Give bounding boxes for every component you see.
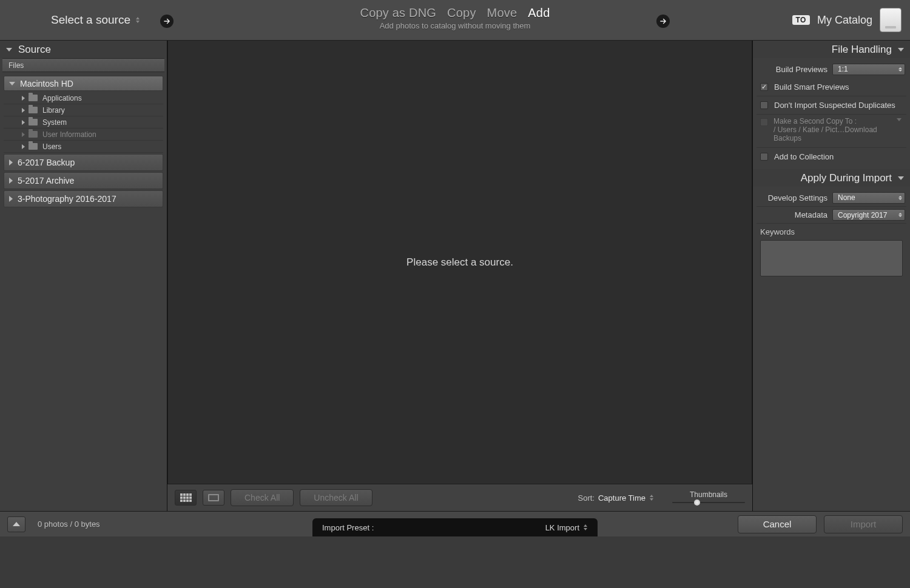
bottom-bar: 0 photos / 0 bytes Import Preset : LK Im… [0,511,910,536]
preview-message: Please select a source. [406,256,513,269]
mode-copy-as-dng[interactable]: Copy as DNG [360,6,437,20]
import-preset-bar[interactable]: Import Preset : LK Import [312,518,598,536]
thumbnail-label: Thumbnails [672,490,745,499]
arrow-right-icon[interactable] [656,15,670,28]
chevron-right-icon [9,178,13,184]
folder-library[interactable]: Library [4,104,163,116]
folder-label: Users [42,142,61,151]
chevron-right-icon [22,144,25,149]
sort-selector[interactable]: Sort: Capture Time [578,493,654,503]
uncheck-all-button[interactable]: Uncheck All [300,489,372,506]
chevron-down-icon [898,176,904,180]
select-source-label: Select a source [51,13,130,27]
mode-move[interactable]: Move [487,6,517,20]
drive-icon [880,8,902,32]
build-previews-row: Build Previews 1:1 [757,61,906,78]
chevron-right-icon [22,132,25,137]
build-previews-select[interactable]: 1:1 [832,64,905,75]
develop-settings-label: Develop Settings [768,193,827,202]
second-copy-label: Make a Second Copy To : [774,117,903,125]
import-preset-label: Import Preset : [322,523,374,532]
mode-subtitle: Add photos to catalog without moving the… [360,21,550,30]
build-previews-value: 1:1 [838,65,848,73]
updown-icon [583,523,588,532]
volume-archive-5-2017[interactable]: 5-2017 Archive [4,172,163,189]
folder-icon [29,95,38,101]
add-to-collection-label: Add to Collection [774,152,834,161]
updown-icon [898,67,902,72]
loupe-icon [208,494,219,501]
volume-backup-6-2017[interactable]: 6-2017 Backup [4,154,163,171]
slider-track[interactable] [672,500,745,505]
cancel-button[interactable]: Cancel [738,515,817,533]
chevron-right-icon [9,196,13,202]
thumbnail-size-slider[interactable]: Thumbnails [672,490,745,505]
import-preset-value: LK Import [545,523,579,532]
volume-label: Macintosh HD [20,79,73,89]
develop-settings-select[interactable]: None [832,192,905,204]
volume-label: 6-2017 Backup [18,158,75,167]
arrow-right-icon[interactable] [160,15,174,28]
keywords-block: Keywords [757,223,906,280]
folder-icon [29,131,38,138]
sort-label: Sort: [578,493,594,503]
volume-photography-2016-2017[interactable]: 3-Photography 2016-2017 [4,190,163,207]
select-source-button[interactable]: Select a source [51,13,140,27]
smart-previews-label: Build Smart Previews [774,82,849,92]
metadata-select[interactable]: Copyright 2017 [832,209,905,221]
duplicates-checkbox[interactable]: Don't Import Suspected Duplicates [757,96,906,114]
mode-copy[interactable]: Copy [447,6,476,20]
destination-block[interactable]: TO My Catalog [792,8,902,32]
second-copy-path: / Users / Katie / Pict…Download Backups [774,125,903,142]
folder-icon [29,107,38,113]
grid-view-button[interactable] [175,490,197,506]
folder-label: Applications [42,94,82,102]
checkbox-icon [760,153,768,161]
keywords-label: Keywords [760,227,903,236]
apply-during-import-body: Develop Settings None Metadata Copyright… [753,187,910,284]
top-bar: Select a source Copy as DNG Copy Move Ad… [0,0,910,41]
files-header: Files [2,58,164,72]
import-mode-tabs: Copy as DNG Copy Move Add Add photos to … [360,6,550,30]
checkbox-icon [760,118,768,126]
build-previews-label: Build Previews [776,65,827,74]
folder-icon [29,143,38,150]
folder-user-information[interactable]: User Information [4,129,163,141]
develop-settings-row: Develop Settings None [757,189,906,206]
chevron-down-icon [897,118,902,121]
updown-icon [649,493,654,502]
folder-applications[interactable]: Applications [4,92,163,104]
chevron-right-icon [22,108,25,113]
expand-button[interactable] [7,516,25,532]
volume-label: 5-2017 Archive [18,176,74,185]
check-all-button[interactable]: Check All [231,489,294,506]
destination-label: My Catalog [817,14,872,27]
chevron-down-icon [6,48,12,52]
file-handling-title: File Handling [832,44,892,56]
status-text: 0 photos / 0 bytes [38,520,100,529]
apply-during-import-header[interactable]: Apply During Import [753,169,910,187]
preview-pane: Please select a source. Check All Unchec… [167,41,752,511]
updown-icon [135,16,140,24]
add-to-collection-checkbox[interactable]: Add to Collection [757,147,906,165]
loupe-view-button[interactable] [203,490,224,506]
chevron-up-icon [13,522,20,526]
import-button[interactable]: Import [824,515,903,533]
smart-previews-checkbox[interactable]: ✓ Build Smart Previews [757,78,906,96]
slider-knob[interactable] [694,499,700,506]
file-handling-header[interactable]: File Handling [753,41,910,58]
keywords-input[interactable] [760,240,903,276]
second-copy-block[interactable]: Make a Second Copy To : / Users / Katie … [757,114,906,147]
apply-during-import-title: Apply During Import [801,172,892,184]
file-handling-body: Build Previews 1:1 ✓ Build Smart Preview… [753,58,910,169]
duplicates-label: Don't Import Suspected Duplicates [774,101,895,110]
mode-add[interactable]: Add [528,6,550,20]
checkbox-icon [760,101,768,109]
source-panel: Source Files Macintosh HD Applications L… [0,41,167,511]
folder-system[interactable]: System [4,116,163,129]
folder-users[interactable]: Users [4,141,163,153]
source-panel-header[interactable]: Source [0,41,167,58]
chevron-right-icon [9,159,13,165]
volume-macintosh-hd[interactable]: Macintosh HD [4,76,163,91]
folder-label: Library [42,106,65,115]
